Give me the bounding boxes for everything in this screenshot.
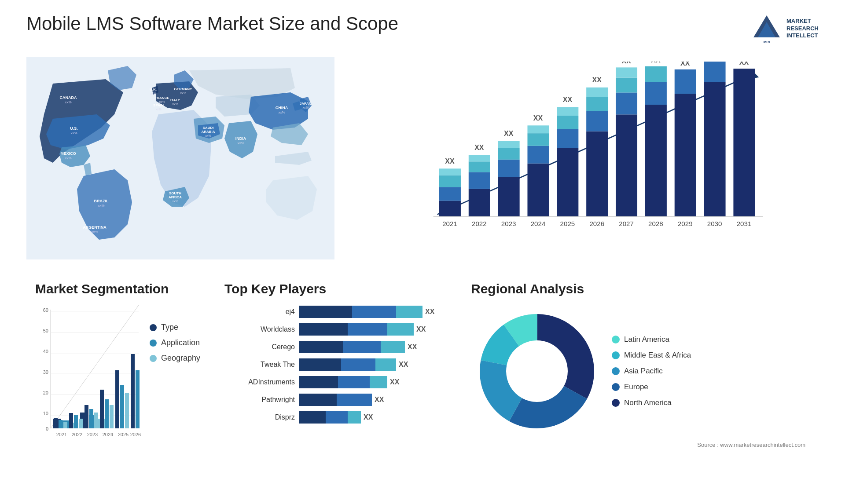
svg-rect-49 bbox=[498, 160, 520, 177]
svg-text:xx%: xx% bbox=[98, 204, 104, 208]
player-name-ej4: ej4 bbox=[224, 308, 295, 316]
reg-north-america: North America bbox=[612, 398, 691, 407]
svg-rect-129 bbox=[105, 399, 109, 428]
svg-rect-60 bbox=[557, 116, 578, 129]
svg-text:xx%: xx% bbox=[237, 141, 244, 145]
svg-rect-122 bbox=[69, 413, 73, 428]
player-bar-ej4: XX bbox=[299, 305, 445, 318]
seg-legend: Type Application Geography bbox=[150, 305, 200, 363]
svg-text:2027: 2027 bbox=[619, 220, 634, 227]
page-container: Mobile LMS Software Market Size and Scop… bbox=[0, 0, 845, 504]
svg-rect-55 bbox=[527, 133, 549, 146]
player-name-tweak: Tweak The bbox=[224, 361, 295, 369]
svg-text:xx%: xx% bbox=[278, 110, 285, 114]
europe-label: Europe bbox=[624, 383, 648, 391]
svg-rect-80 bbox=[704, 82, 726, 216]
player-row-disprz: Disprz XX bbox=[224, 411, 445, 424]
svg-text:2022: 2022 bbox=[72, 432, 82, 437]
svg-text:40: 40 bbox=[43, 349, 48, 354]
svg-rect-53 bbox=[527, 164, 549, 216]
world-map: CANADA xx% U.S. xx% MEXICO xx% BRAZIL xx… bbox=[26, 53, 334, 264]
geography-label: Geography bbox=[161, 354, 200, 363]
bar-seg3 bbox=[396, 306, 422, 318]
svg-text:2031: 2031 bbox=[737, 220, 752, 227]
player-row-worldclass: Worldclass XX bbox=[224, 323, 445, 336]
svg-text:ITALY: ITALY bbox=[170, 98, 180, 102]
svg-point-148 bbox=[508, 343, 566, 400]
svg-rect-46 bbox=[469, 155, 490, 161]
svg-text:2028: 2028 bbox=[648, 220, 663, 227]
svg-text:xx%: xx% bbox=[205, 134, 211, 137]
header: Mobile LMS Software Market Size and Scop… bbox=[26, 13, 819, 44]
svg-text:SPAIN: SPAIN bbox=[153, 103, 164, 107]
asia-dot bbox=[612, 367, 620, 375]
player-row-adinstruments: ADInstruments XX bbox=[224, 376, 445, 389]
svg-text:30: 30 bbox=[43, 369, 48, 375]
svg-text:60: 60 bbox=[43, 307, 48, 313]
svg-text:XX: XX bbox=[445, 157, 455, 165]
key-players-title: Top Key Players bbox=[224, 281, 445, 296]
player-row-ej4: ej4 XX bbox=[224, 305, 445, 318]
svg-rect-58 bbox=[557, 148, 578, 216]
svg-rect-127 bbox=[94, 413, 98, 428]
regional-content: Latin America Middle East & Africa Asia … bbox=[471, 305, 805, 437]
svg-text:SAUDI: SAUDI bbox=[203, 126, 214, 130]
svg-text:FRANCE: FRANCE bbox=[154, 96, 169, 100]
svg-text:xx%: xx% bbox=[180, 91, 186, 95]
svg-text:2025: 2025 bbox=[118, 432, 129, 437]
svg-text:XX: XX bbox=[680, 62, 690, 67]
source-text: Source : www.marketresearchintellect.com bbox=[471, 442, 805, 448]
svg-rect-128 bbox=[100, 390, 104, 428]
svg-rect-81 bbox=[704, 62, 726, 82]
svg-text:XX: XX bbox=[533, 114, 543, 122]
legend-application: Application bbox=[150, 338, 200, 347]
regional-legend: Latin America Middle East & Africa Asia … bbox=[612, 335, 691, 407]
svg-text:xx%: xx% bbox=[91, 230, 98, 234]
bar-chart-container: XX XX XX XX bbox=[352, 53, 819, 264]
svg-text:xx%: xx% bbox=[172, 200, 178, 203]
reg-latin-america: Latin America bbox=[612, 335, 691, 344]
svg-rect-43 bbox=[469, 189, 490, 216]
latin-label: Latin America bbox=[624, 335, 669, 344]
page-title: Mobile LMS Software Market Size and Scop… bbox=[26, 13, 398, 34]
svg-rect-133 bbox=[125, 393, 129, 428]
seg-bar-chart: 60 50 40 30 20 10 0 bbox=[35, 305, 141, 446]
svg-rect-68 bbox=[616, 114, 637, 216]
svg-rect-74 bbox=[645, 82, 667, 105]
bottom-section: Market Segmentation 60 50 40 30 20 10 0 bbox=[26, 281, 819, 466]
logo-text: MARKET RESEARCH INTELLECT bbox=[786, 18, 819, 40]
svg-text:2030: 2030 bbox=[707, 220, 722, 227]
svg-text:10: 10 bbox=[43, 411, 48, 416]
asia-label: Asia Pacific bbox=[624, 367, 663, 376]
svg-rect-123 bbox=[74, 415, 78, 428]
svg-rect-61 bbox=[557, 107, 578, 116]
svg-rect-121 bbox=[63, 422, 67, 428]
reg-asia: Asia Pacific bbox=[612, 367, 691, 376]
regional-title: Regional Analysis bbox=[471, 281, 805, 296]
svg-rect-120 bbox=[59, 420, 62, 428]
player-name-pathwright: Pathwright bbox=[224, 396, 295, 404]
svg-text:2026: 2026 bbox=[589, 220, 604, 227]
svg-rect-134 bbox=[131, 354, 135, 428]
svg-text:XX: XX bbox=[621, 62, 631, 65]
svg-text:ARABIA: ARABIA bbox=[201, 130, 215, 134]
svg-text:XX: XX bbox=[592, 76, 602, 84]
bar-seg2 bbox=[352, 306, 396, 318]
mea-dot bbox=[612, 351, 620, 359]
svg-rect-41 bbox=[439, 168, 461, 175]
svg-text:xx%: xx% bbox=[302, 106, 308, 109]
svg-rect-126 bbox=[89, 409, 93, 428]
svg-text:ARGENTINA: ARGENTINA bbox=[83, 225, 107, 230]
svg-rect-45 bbox=[469, 161, 490, 172]
player-xx: XX bbox=[416, 325, 426, 333]
svg-text:MRI: MRI bbox=[764, 40, 770, 44]
map-container: CANADA xx% U.S. xx% MEXICO xx% BRAZIL xx… bbox=[26, 53, 334, 264]
player-name-adinstruments: ADInstruments bbox=[224, 378, 295, 386]
svg-rect-64 bbox=[586, 111, 608, 131]
svg-rect-131 bbox=[115, 370, 119, 428]
svg-text:2029: 2029 bbox=[678, 220, 693, 227]
svg-text:xx%: xx% bbox=[150, 92, 156, 95]
svg-rect-44 bbox=[469, 172, 490, 189]
key-players: Top Key Players ej4 XX Worldclass bbox=[211, 281, 458, 466]
svg-text:INDIA: INDIA bbox=[235, 136, 246, 141]
